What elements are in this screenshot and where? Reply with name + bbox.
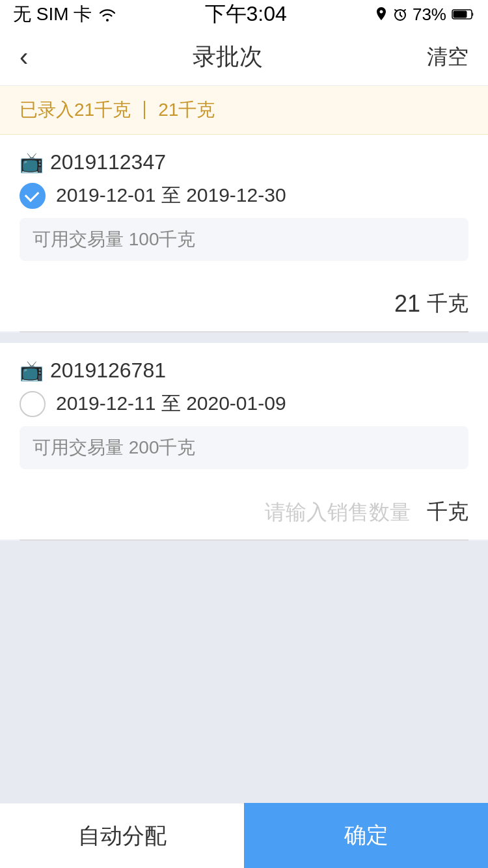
- battery-text: 73%: [413, 5, 446, 25]
- batch-item-1: 📺 2019112347 2019-12-01 至 2019-12-30 可用交…: [0, 135, 488, 277]
- bottom-bar: 自动分配 确定: [0, 803, 488, 868]
- section-separator: [0, 332, 488, 343]
- batch-2-header: 📺 2019126781: [20, 359, 468, 383]
- status-right: 73%: [375, 5, 475, 25]
- auto-distribute-button[interactable]: 自动分配: [0, 803, 244, 868]
- batch-2-date-row[interactable]: 2019-12-11 至 2020-01-09: [20, 390, 468, 417]
- alarm-icon: [393, 7, 407, 21]
- batch-1-qty-row: 21 千克: [0, 277, 488, 331]
- status-time: 下午3:04: [205, 0, 287, 29]
- battery-icon: [452, 8, 475, 20]
- info-banner: 已录入21千克 21千克: [0, 86, 488, 135]
- batch-2-date: 2019-12-11 至 2020-01-09: [56, 390, 286, 417]
- svg-rect-2: [453, 11, 467, 18]
- status-left: 无 SIM 卡: [13, 2, 116, 27]
- batch-1-qty-value: 21: [394, 290, 420, 318]
- batch-2-unit: 千克: [427, 498, 468, 526]
- recorded-label: 已录入21千克: [20, 98, 131, 122]
- batch-2-id: 2019126781: [50, 359, 166, 383]
- location-icon: [375, 7, 388, 21]
- batch-1-radio[interactable]: [20, 183, 46, 209]
- batch-1-avail-text: 可用交易量 100千克: [33, 229, 196, 249]
- batch-2-avail: 可用交易量 200千克: [20, 426, 468, 469]
- batch-1-icon: 📺: [20, 151, 44, 174]
- status-bar: 无 SIM 卡 下午3:04 73%: [0, 0, 488, 29]
- batch-2-input-row[interactable]: 千克: [0, 485, 488, 539]
- no-sim-text: 无 SIM 卡: [13, 2, 92, 27]
- nav-bar: ‹ 录批次 清空: [0, 29, 488, 86]
- batch-1-id: 2019112347: [50, 150, 166, 174]
- batch-1-header: 📺 2019112347: [20, 150, 468, 174]
- empty-area: [0, 541, 488, 814]
- qty-input-field[interactable]: [225, 500, 420, 524]
- back-button[interactable]: ‹: [20, 42, 28, 72]
- banner-divider: [144, 101, 145, 119]
- batch-1-date: 2019-12-01 至 2019-12-30: [56, 182, 286, 209]
- batch-1-qty-unit: 千克: [427, 290, 468, 318]
- clear-button[interactable]: 清空: [427, 43, 468, 72]
- page-title: 录批次: [193, 41, 263, 73]
- batch-2-radio[interactable]: [20, 391, 46, 417]
- batch-item-2: 📺 2019126781 2019-12-11 至 2020-01-09 可用交…: [0, 343, 488, 485]
- batch-1-date-row[interactable]: 2019-12-01 至 2019-12-30: [20, 182, 468, 209]
- wifi-icon: [98, 7, 116, 21]
- batch-2-icon: 📺: [20, 359, 44, 382]
- batch-1-avail: 可用交易量 100千克: [20, 218, 468, 261]
- batch-2-avail-text: 可用交易量 200千克: [33, 437, 196, 457]
- recorded-value: 21千克: [158, 98, 215, 122]
- confirm-button[interactable]: 确定: [244, 803, 488, 868]
